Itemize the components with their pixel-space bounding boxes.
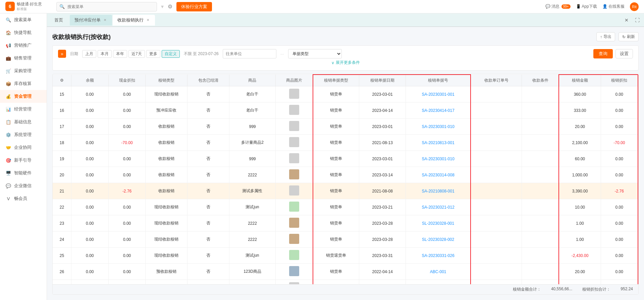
- row-goods: 2222: [229, 215, 275, 231]
- total-amount-label: 核销金额合计：: [513, 287, 541, 292]
- sidebar-item-hardware[interactable]: 🖥️ 智能硬件: [0, 167, 47, 179]
- bill-no-link[interactable]: ABC-001: [430, 269, 446, 274]
- tab-cancel[interactable]: 收款核销执行 ✕: [113, 15, 155, 26]
- query-button[interactable]: 查询: [593, 49, 613, 58]
- bill-no-link[interactable]: SA-20230301-010: [422, 124, 454, 129]
- row-cancel-amount: 60.00: [559, 151, 601, 167]
- table-wrapper[interactable]: ⚙ 余额 现金折扣 核销类型 包含已结清 商品 商品图片 核销单据类型 核销单据…: [53, 74, 638, 284]
- tab-close-cancel[interactable]: ✕: [146, 18, 150, 23]
- sidebar-item-search[interactable]: 🔍 搜索菜单: [0, 13, 47, 26]
- marketing-icon: 📢: [5, 42, 11, 48]
- sidebar-item-member[interactable]: V 畅会员: [0, 192, 47, 205]
- bill-no-link[interactable]: SA-20230331-026: [422, 253, 454, 258]
- row-cancel-amount: 2,100.00: [559, 135, 601, 151]
- maximize-icon[interactable]: ⛶: [633, 16, 641, 24]
- sidebar-item-system[interactable]: ⚙️ 系统管理: [0, 128, 47, 141]
- row-goods: 多计量商品2: [229, 135, 275, 151]
- tab-bar: 首页 预付冲应付单 ✕ 收款核销执行 ✕ ✕ ⛶: [47, 13, 644, 27]
- search-icon: 🔍: [5, 17, 11, 23]
- industry-btn[interactable]: 休验行业方案: [176, 2, 212, 11]
- gear-icon[interactable]: ⚙: [168, 3, 172, 10]
- table-row: 23 0.00 0.00 现结收款核销 否 2222 销货单 2023-03-2…: [53, 215, 638, 231]
- col-cancel-type: 核销类型: [146, 75, 187, 86]
- row-goods: 999: [229, 151, 275, 167]
- app-download[interactable]: 📱 App下载: [576, 4, 597, 9]
- col-cancel-discount: 核销折扣: [601, 75, 638, 86]
- sidebar-item-wechat[interactable]: 💬 企业微信: [0, 179, 47, 192]
- sidebar-item-quick-nav[interactable]: 🏠 快捷导航: [0, 26, 47, 39]
- sidebar-item-basic[interactable]: 📋 基础信息: [0, 116, 47, 128]
- sidebar-item-operation[interactable]: 📊 经营管理: [0, 103, 47, 116]
- row-cancel-type: 收款核销: [146, 119, 187, 135]
- this-month-btn[interactable]: 本月: [98, 50, 112, 58]
- bill-no-link[interactable]: SA-20230414-017: [422, 108, 454, 113]
- expand-more-btn[interactable]: ∨ 展开更多条件: [58, 58, 633, 67]
- bill-no-link[interactable]: SA-20210808-001: [422, 189, 454, 194]
- this-year-btn[interactable]: 本年: [113, 50, 127, 58]
- filter-expand-button[interactable]: »: [58, 50, 66, 58]
- sidebar-item-inventory[interactable]: 📦 库存核算: [0, 77, 47, 90]
- row-goods: 测试多属性: [229, 183, 275, 199]
- row-cancel-bill-no: SA-20230314-008: [406, 167, 471, 183]
- avatar[interactable]: Rit: [630, 2, 639, 11]
- close-window-icon[interactable]: ✕: [623, 16, 631, 24]
- row-balance: 0.00: [71, 135, 108, 151]
- hardware-icon: 🖥️: [5, 170, 11, 176]
- row-cancel-amount: 10.00: [559, 199, 601, 215]
- table-footer: 核销金额合计： 40,556,66... 核销折扣合计： 952.24: [53, 284, 638, 294]
- col-receipt-cond: 收款条件: [522, 75, 559, 86]
- export-button[interactable]: ↑ 导出: [596, 32, 615, 41]
- sidebar-item-enterprise[interactable]: 🤝 企业协同: [0, 141, 47, 154]
- bill-no-link[interactable]: SA-20230301-001: [422, 92, 454, 97]
- row-goods-img: [276, 167, 313, 183]
- bill-no-link[interactable]: SA-20230301-010: [422, 157, 454, 161]
- sidebar-item-label: 资金管理: [14, 93, 32, 99]
- search-input[interactable]: [67, 4, 154, 9]
- row-cancel-type: 预冲应应收: [146, 102, 187, 119]
- bill-no-link[interactable]: SL-20230328-001: [422, 221, 454, 226]
- table-row: 26 0.00 0.00 预收款核销 否 123D商品 销货单 2022-04-…: [53, 264, 638, 280]
- more-btn[interactable]: 更多: [146, 50, 160, 58]
- sidebar-item-marketing[interactable]: 📢 营销推广: [0, 39, 47, 52]
- top-search-box[interactable]: 🔍: [56, 2, 157, 11]
- refresh-button[interactable]: ↻ 刷新: [619, 32, 639, 41]
- row-receipt-order-no: [471, 151, 522, 167]
- tab-home[interactable]: 首页: [50, 15, 68, 26]
- row-cancel-bill-type: 销货退货单: [313, 248, 359, 264]
- last7days-btn[interactable]: 近7天: [128, 50, 145, 58]
- bill-no-link[interactable]: SA-20230321-012: [422, 205, 454, 210]
- row-cancel-discount: 0.00: [601, 102, 638, 119]
- col-settings[interactable]: ⚙: [53, 75, 71, 86]
- row-cancel-bill-no: SA-20230301-010: [406, 119, 471, 135]
- sidebar-item-guide[interactable]: 🎯 新手引导: [0, 154, 47, 167]
- wechat-icon: 💬: [5, 183, 11, 189]
- settings-button[interactable]: 设置: [615, 49, 633, 58]
- row-receipt-cond: [522, 248, 559, 264]
- bill-no-link[interactable]: SA-20230314-008: [422, 173, 454, 177]
- dropdown-icon[interactable]: ▾: [161, 3, 164, 10]
- bill-no-link[interactable]: SA-20210813-001: [422, 140, 454, 145]
- tab-prepay[interactable]: 预付冲应付单 ✕: [70, 15, 112, 26]
- bill-type-select[interactable]: 单据类型: [288, 49, 342, 58]
- row-balance: 0.00: [71, 167, 108, 183]
- message-area[interactable]: 💬 消息 99+: [545, 4, 571, 9]
- row-cancel-bill-type: 销货单: [313, 151, 359, 167]
- row-goods-img: [276, 280, 313, 285]
- sidebar-item-capital[interactable]: 💰 资金管理: [0, 90, 47, 103]
- row-balance: 0.00: [71, 86, 108, 102]
- last-month-btn[interactable]: 上月: [82, 50, 96, 58]
- sidebar-item-label: 销售管理: [14, 55, 32, 61]
- tab-close-prepay[interactable]: ✕: [103, 18, 107, 23]
- online-service[interactable]: 👤 在线客服: [602, 4, 625, 9]
- bill-no-link[interactable]: SL-20230328-002: [422, 237, 454, 242]
- tab-bar-right: ✕ ⛶: [623, 16, 641, 24]
- row-balance: 0.00: [71, 248, 108, 264]
- sidebar-item-sales[interactable]: 💼 销售管理: [0, 52, 47, 65]
- col-cash-discount: 现金折扣: [108, 75, 146, 86]
- sidebar-item-purchase[interactable]: 🛒 采购管理: [0, 65, 47, 77]
- row-receipt-order-no: [471, 86, 522, 102]
- row-cancel-discount: 0.00: [601, 248, 638, 264]
- counterpart-input[interactable]: [223, 49, 276, 58]
- custom-btn[interactable]: 自定义: [162, 50, 180, 58]
- row-cash-discount: 0.00: [108, 231, 146, 248]
